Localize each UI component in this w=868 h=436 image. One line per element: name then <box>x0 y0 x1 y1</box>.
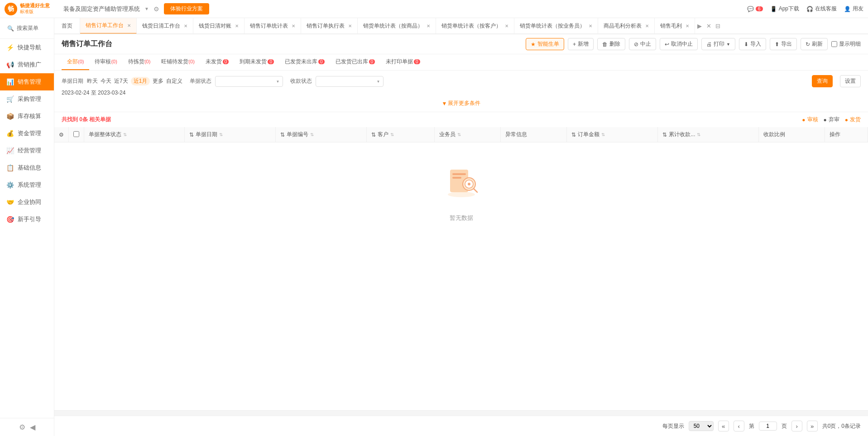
sidebar-item-system[interactable]: ⚙️ 系统管理 <box>0 176 54 194</box>
tab-sales-order-workbench[interactable]: 销售订单工作台 ✕ <box>80 18 137 34</box>
tab-sales-exec[interactable]: 销售订单执行表 ✕ <box>301 18 358 34</box>
sort-cumulative[interactable]: ⇅ <box>697 132 700 137</box>
batch-review-btn[interactable]: ● 审核 <box>802 116 818 123</box>
sidebar-item-finance[interactable]: 💰 资金管理 <box>0 125 54 142</box>
print-btn[interactable]: 🖨 打印 ▼ <box>701 38 735 50</box>
cancel-suspend-btn[interactable]: ↩ 取消中止 <box>660 38 698 50</box>
tab-cash-daily[interactable]: 钱货日清工作台 ✕ <box>137 18 193 34</box>
message-btn[interactable]: 💬 6 <box>747 6 763 12</box>
tab-sales-margin[interactable]: 销售毛利 ✕ <box>655 18 695 34</box>
shortcut-7days[interactable]: 近7天 <box>114 77 128 85</box>
th-number: ⇅ 单据编号 ⇅ <box>276 127 367 142</box>
operations-icon: 📈 <box>6 147 14 154</box>
settings-btn[interactable]: 设置 <box>840 75 861 87</box>
tab-home[interactable]: 首页 <box>54 18 80 34</box>
table-scroll-area[interactable]: ⚙ 单据整体状态 ⇅ ⇅ <box>54 127 868 410</box>
tab-close-2[interactable]: ✕ <box>184 24 187 28</box>
shortcut-custom[interactable]: 自定义 <box>166 77 182 85</box>
sidebar-item-sales[interactable]: 📊 销售管理 <box>0 73 54 90</box>
tab-close-all[interactable]: ✕ <box>704 18 713 34</box>
tab-close-6[interactable]: ✕ <box>427 24 430 28</box>
show-detail-checkbox[interactable]: 显示明细 <box>831 40 861 48</box>
tab-close-5[interactable]: ✕ <box>348 24 352 28</box>
sub-tab-pending-pick[interactable]: 待拣货(0) <box>123 54 156 70</box>
sub-tab-pending-review[interactable]: 待审核(0) <box>89 54 122 70</box>
page-last-btn[interactable]: » <box>807 421 818 431</box>
tab-sales-by-staff[interactable]: 销货单统计表（按业务员） ✕ <box>514 18 598 34</box>
sub-tab-all[interactable]: 全部(0) <box>62 54 89 70</box>
sidebar-item-guide[interactable]: 🎯 新手引导 <box>0 211 54 228</box>
th-checkbox[interactable] <box>69 127 84 142</box>
page-input[interactable] <box>759 422 777 431</box>
tab-close-1[interactable]: ✕ <box>127 23 131 28</box>
system-title: 装备及固定资产辅助管理系统 <box>63 5 140 13</box>
suspend-btn[interactable]: ⊘ 中止 <box>629 38 656 50</box>
sort-customer[interactable]: ⇅ <box>390 132 394 137</box>
payment-select[interactable] <box>316 76 384 87</box>
shortcut-more[interactable]: 更多 <box>153 77 163 85</box>
tab-sales-by-customer[interactable]: 销货单统计表（按客户） ✕ <box>436 18 514 34</box>
sub-tab-shipped-not-out[interactable]: 已发货未出库0 <box>279 54 330 70</box>
tab-close-3[interactable]: ✕ <box>235 24 239 28</box>
search-btn[interactable]: 查询 <box>812 75 833 87</box>
online-service-btn[interactable]: 🎧 在线客服 <box>806 5 837 13</box>
tab-close-4[interactable]: ✕ <box>292 24 295 28</box>
tab-product-margin[interactable]: 商品毛利分析表 ✕ <box>598 18 655 34</box>
tab-close-8[interactable]: ✕ <box>589 24 592 28</box>
horizontal-scrollbar[interactable] <box>54 410 868 416</box>
sidebar-item-marketing[interactable]: 📢 营销推广 <box>0 56 54 73</box>
tab-close-7[interactable]: ✕ <box>505 24 508 28</box>
sidebar-item-operations[interactable]: 📈 经营管理 <box>0 142 54 159</box>
shortcut-today[interactable]: 今天 <box>101 77 111 85</box>
add-btn[interactable]: + 新增 <box>568 38 594 50</box>
sidebar-item-quick-nav[interactable]: ⚡ 快捷导航 <box>0 39 54 56</box>
sub-tab-wangpu-ship[interactable]: 旺铺待发货(0) <box>156 54 200 70</box>
delete-btn[interactable]: 🗑 删除 <box>597 38 625 50</box>
select-all-checkbox[interactable] <box>73 131 79 137</box>
sort-icon-date: ⇅ <box>189 132 194 138</box>
app-download-btn[interactable]: 📱 App下载 <box>770 5 799 13</box>
tab-close-9[interactable]: ✕ <box>645 24 649 28</box>
page-prev-btn[interactable]: ‹ <box>734 421 744 431</box>
experience-btn[interactable]: 体验行业方案 <box>164 3 209 14</box>
sidebar-item-basic-info[interactable]: 📋 基础信息 <box>0 159 54 176</box>
sort-staff[interactable]: ⇅ <box>457 132 461 137</box>
settings-gear[interactable]: ⚙ <box>153 5 159 13</box>
sidebar-item-inventory[interactable]: 📦 库存核算 <box>0 108 54 125</box>
sort-amount[interactable]: ⇅ <box>601 132 605 137</box>
shortcut-1month[interactable]: 近1月 <box>131 77 150 85</box>
sub-tab-overdue-unshipped[interactable]: 到期未发货0 <box>234 54 279 70</box>
page-next-btn[interactable]: › <box>791 421 802 431</box>
page-size-select[interactable]: 50 10 20 100 <box>689 421 714 431</box>
sort-number[interactable]: ⇅ <box>310 132 314 137</box>
batch-cancel-review-btn[interactable]: ● 弃审 <box>824 116 839 123</box>
tab-sales-stat[interactable]: 销售订单统计表 ✕ <box>245 18 301 34</box>
sidebar-item-enterprise[interactable]: 🤝 企业协同 <box>0 194 54 211</box>
show-detail-input[interactable] <box>831 41 837 47</box>
sidebar-item-purchase[interactable]: 🛒 采购管理 <box>0 90 54 108</box>
tab-sales-by-product[interactable]: 销货单统计表（按商品） ✕ <box>358 18 436 34</box>
refresh-btn[interactable]: ↻ 刷新 <box>801 38 828 50</box>
sub-tab-unprinted[interactable]: 未打印单据0 <box>380 54 426 70</box>
page-first-btn[interactable]: « <box>718 421 729 431</box>
export-btn[interactable]: ⬆ 导出 <box>770 38 797 50</box>
sub-tab-shipped-out[interactable]: 已发货已出库0 <box>330 54 381 70</box>
shortcut-yesterday[interactable]: 昨天 <box>87 77 98 85</box>
expand-filter-btn[interactable]: ▼ 展开更多条件 <box>442 100 481 107</box>
status-select[interactable] <box>215 76 283 87</box>
sort-status[interactable]: ⇅ <box>123 132 127 137</box>
tab-expand-menu[interactable]: ⊟ <box>713 18 722 34</box>
search-menu-btn[interactable]: 🔍 搜索菜单 <box>4 22 50 35</box>
tab-close-10[interactable]: ✕ <box>686 24 689 28</box>
tab-cash-reconcile[interactable]: 钱货日清对账 ✕ <box>193 18 245 34</box>
sidebar-collapse-btn[interactable]: ◀ <box>30 423 35 431</box>
sidebar-settings-btn[interactable]: ⚙ <box>19 423 25 431</box>
tab-scroll-right[interactable]: ▶ <box>695 18 704 34</box>
sort-date[interactable]: ⇅ <box>219 132 223 137</box>
import-btn[interactable]: ⬇ 导入 <box>739 38 766 50</box>
batch-ship-btn[interactable]: ● 发货 <box>845 116 861 123</box>
smart-create-btn[interactable]: ★ 智能生单 <box>526 38 564 50</box>
sub-tab-unshipped[interactable]: 未发货0 <box>200 54 235 70</box>
logo-icon: 畅 <box>5 3 17 15</box>
user-avatar[interactable]: 👤 用友 <box>844 5 863 13</box>
